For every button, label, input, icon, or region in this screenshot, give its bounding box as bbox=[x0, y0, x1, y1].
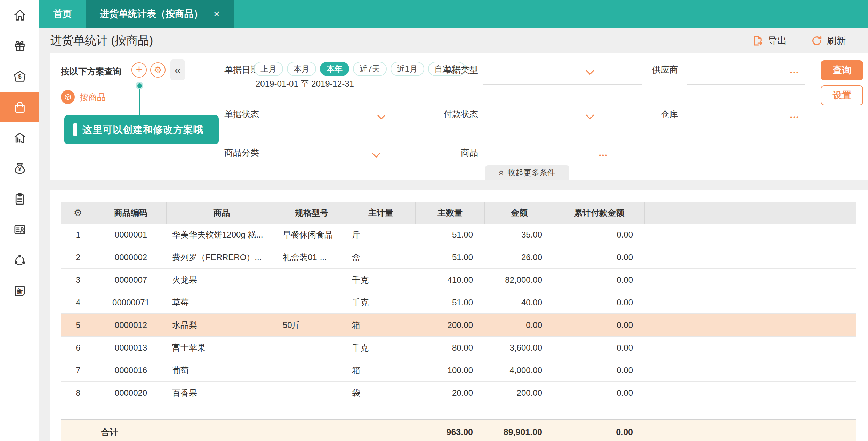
pill-last-7-days[interactable]: 近7天 bbox=[353, 62, 387, 76]
collapse-more-conditions-button[interactable]: « 收起更多条件 bbox=[485, 165, 569, 180]
plan-item-label: 按商品 bbox=[80, 91, 106, 103]
collapse-more-label: 收起更多条件 bbox=[507, 167, 555, 178]
doc-type-select[interactable] bbox=[483, 63, 642, 85]
gift-icon bbox=[13, 39, 27, 53]
chevron-down-icon bbox=[586, 66, 594, 75]
header-actions: 导出 刷新 bbox=[752, 34, 846, 47]
contact-card-icon bbox=[13, 223, 27, 236]
chevron-down-icon bbox=[372, 149, 380, 158]
refresh-button[interactable]: 刷新 bbox=[811, 34, 846, 47]
tab-close-icon[interactable]: × bbox=[214, 9, 220, 19]
warehouse-icon bbox=[13, 131, 27, 145]
whats-new-icon: 新 bbox=[13, 284, 27, 298]
pill-this-year[interactable]: 本年 bbox=[320, 62, 349, 76]
col-header-paid[interactable]: 累计付款金额 bbox=[554, 202, 645, 224]
doc-type-label: 单据类型 bbox=[423, 62, 478, 77]
tab-bar: 首页 进货单统计表（按商品） × bbox=[39, 0, 868, 28]
tab-purchase-report-label: 进货单统计表（按商品） bbox=[100, 8, 203, 20]
plan-tooltip: 这里可以创建和修改方案哦 bbox=[64, 115, 219, 144]
sidebar-item-purchase[interactable] bbox=[0, 92, 39, 122]
svg-text:¥: ¥ bbox=[18, 166, 22, 173]
column-settings-gear-icon[interactable]: ⚙ bbox=[74, 207, 82, 218]
total-label: 合计 bbox=[95, 426, 167, 438]
col-header-qty[interactable]: 主数量 bbox=[416, 202, 485, 224]
purchase-bag-icon bbox=[13, 100, 27, 114]
export-label: 导出 bbox=[768, 34, 787, 47]
sell-house-icon: $ bbox=[13, 70, 27, 83]
table-row[interactable]: 20000002费列罗（FERRERO）...礼盒装01-...盒51.0026… bbox=[61, 246, 856, 269]
date-range-text: 2019-01-01 至 2019-12-31 bbox=[256, 78, 354, 89]
collapse-plan-panel-button[interactable]: « bbox=[170, 59, 185, 80]
product-picker[interactable]: ••• bbox=[483, 146, 614, 166]
add-plan-button[interactable]: + bbox=[131, 62, 147, 78]
sidebar-item-gift[interactable] bbox=[0, 31, 39, 61]
export-icon bbox=[752, 35, 764, 47]
category-label: 商品分类 bbox=[203, 145, 259, 160]
sidebar-item-contacts[interactable] bbox=[0, 214, 39, 245]
supplier-picker[interactable]: ••• bbox=[687, 63, 805, 85]
pay-status-select[interactable] bbox=[483, 107, 642, 129]
plan-settings-button[interactable]: ⚙ bbox=[150, 62, 166, 78]
col-header-amount[interactable]: 金额 bbox=[485, 202, 554, 224]
col-header-unit[interactable]: 主计量 bbox=[346, 202, 416, 224]
tooltip-anchor-dot bbox=[136, 82, 143, 89]
sidebar-item-whats-new[interactable]: 新 bbox=[0, 275, 39, 306]
tooltip-text: 这里可以创建和修改方案哦 bbox=[82, 123, 203, 136]
supplier-label: 供应商 bbox=[622, 62, 678, 77]
page-title: 进货单统计 (按商品) bbox=[50, 33, 153, 48]
tab-home-label: 首页 bbox=[53, 8, 72, 20]
product-label: 商品 bbox=[423, 145, 478, 160]
refresh-icon bbox=[811, 35, 823, 47]
tab-home[interactable]: 首页 bbox=[39, 0, 86, 28]
warehouse-label: 仓库 bbox=[622, 107, 678, 121]
col-header-code[interactable]: 商品编码 bbox=[95, 202, 167, 224]
search-button[interactable]: 查询 bbox=[821, 60, 863, 80]
pill-this-month[interactable]: 本月 bbox=[287, 62, 316, 76]
sidebar-item-share[interactable] bbox=[0, 245, 39, 275]
table-row[interactable]: 70000016葡萄箱100.004,000.000.00 bbox=[61, 359, 856, 382]
share-network-icon bbox=[13, 253, 27, 267]
pill-last-month[interactable]: 上月 bbox=[254, 62, 283, 76]
pill-last-1-month[interactable]: 近1月 bbox=[391, 62, 424, 76]
chevron-down-icon bbox=[586, 111, 594, 119]
tab-purchase-report[interactable]: 进货单统计表（按商品） × bbox=[86, 0, 234, 28]
table-row[interactable]: 60000013富士苹果千克80.003,600.000.00 bbox=[61, 337, 856, 359]
col-header-spec[interactable]: 规格型号 bbox=[277, 202, 346, 224]
sidebar-item-warehouse[interactable] bbox=[0, 122, 39, 153]
table-row[interactable]: 400000071草莓千克51.0040.000.00 bbox=[61, 291, 856, 314]
page-header: 进货单统计 (按商品) 导出 刷新 bbox=[39, 28, 868, 53]
filter-card: 按以下方案查询 + ⚙ 按商品 « 这里可以创建和修改方案哦 单据日期 上月 本… bbox=[50, 53, 868, 180]
col-header-product[interactable]: 商品 bbox=[167, 202, 277, 224]
total-qty: 963.00 bbox=[416, 427, 485, 437]
main-area: 首页 进货单统计表（按商品） × 进货单统计 (按商品) 导出 刷新 按以下方案… bbox=[39, 0, 868, 441]
svg-text:$: $ bbox=[18, 73, 22, 80]
table-row[interactable]: 80000020百香果袋20.00200.000.00 bbox=[61, 382, 856, 404]
sidebar-item-sales[interactable]: $ bbox=[0, 61, 39, 92]
app-sidebar: $ ¥ 新 bbox=[0, 0, 39, 441]
tooltip-connector-line bbox=[139, 89, 140, 115]
table-row[interactable]: 30000007火龙果千克410.0082,000.000.00 bbox=[61, 269, 856, 291]
total-amount: 89,901.00 bbox=[485, 427, 554, 437]
cube-icon bbox=[61, 90, 75, 104]
table-row[interactable]: 10000001华美华夫软饼1200g 糕...早餐休闲食品斤51.0035.0… bbox=[61, 224, 856, 246]
sidebar-item-orders[interactable] bbox=[0, 184, 39, 214]
order-list-icon bbox=[13, 192, 27, 206]
ellipsis-icon[interactable]: ••• bbox=[790, 114, 799, 121]
chevron-up-double-icon: « bbox=[496, 170, 507, 175]
sidebar-item-home[interactable] bbox=[0, 0, 39, 31]
ellipsis-icon[interactable]: ••• bbox=[790, 69, 799, 76]
ellipsis-icon[interactable]: ••• bbox=[599, 152, 608, 159]
warehouse-picker[interactable]: ••• bbox=[687, 107, 805, 129]
plan-item-by-product[interactable]: 按商品 bbox=[61, 90, 106, 104]
home-icon bbox=[13, 8, 27, 22]
doc-status-select[interactable] bbox=[266, 107, 405, 129]
chevron-down-icon bbox=[377, 111, 385, 119]
sidebar-item-finance[interactable]: ¥ bbox=[0, 153, 39, 184]
tooltip-bar-icon bbox=[73, 123, 77, 136]
money-bag-icon: ¥ bbox=[13, 161, 27, 175]
table-row-selected[interactable]: 50000012水晶梨50斤箱200.000.000.00 bbox=[61, 314, 856, 337]
settings-button[interactable]: 设置 bbox=[821, 85, 863, 105]
svg-text:新: 新 bbox=[16, 288, 23, 295]
category-select[interactable] bbox=[266, 146, 400, 166]
export-button[interactable]: 导出 bbox=[752, 34, 787, 47]
